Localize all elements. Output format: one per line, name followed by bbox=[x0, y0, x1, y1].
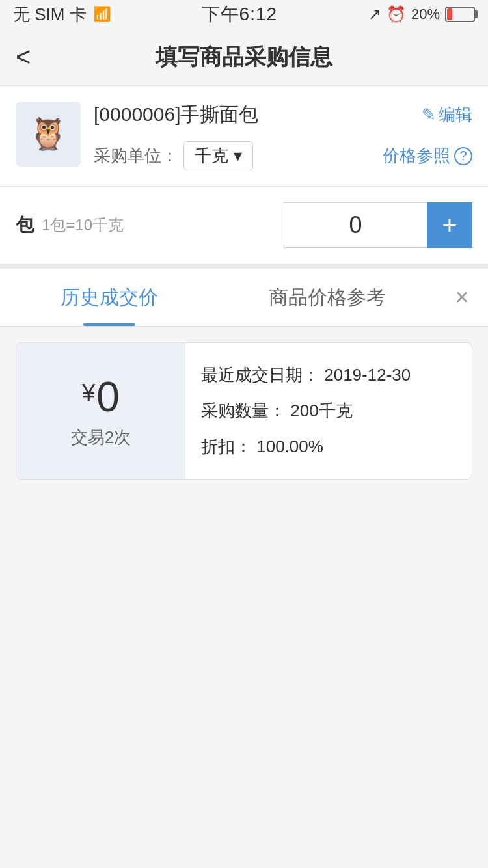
recent-date-value: 2019-12-30 bbox=[324, 365, 411, 385]
tab-price-ref-label: 商品价格参考 bbox=[269, 284, 386, 311]
unit-selector-group: 采购单位： 千克 ▾ bbox=[94, 141, 253, 170]
page-title: 填写商品采购信息 bbox=[156, 42, 332, 72]
unit-row: 采购单位： 千克 ▾ 价格参照 ? bbox=[94, 141, 472, 170]
transaction-price-panel: ¥ 0 交易2次 bbox=[16, 343, 185, 479]
tab-history-price[interactable]: 历史成交价 bbox=[0, 269, 218, 326]
purchase-qty-label: 采购数量： bbox=[201, 401, 286, 420]
quantity-control: 0 + bbox=[284, 202, 472, 248]
trade-count-label: 交易2次 bbox=[71, 426, 131, 449]
edit-icon: ✎ bbox=[422, 105, 436, 125]
content-area: ¥ 0 交易2次 最近成交日期： 2019-12-30 采购数量： 200千克 … bbox=[0, 327, 488, 717]
transaction-card: ¥ 0 交易2次 最近成交日期： 2019-12-30 采购数量： 200千克 … bbox=[16, 342, 472, 480]
quantity-value: 0 bbox=[349, 211, 362, 239]
back-icon: < bbox=[16, 42, 31, 71]
discount-line: 折扣： 100.00% bbox=[201, 434, 456, 459]
discount-value: 100.00% bbox=[256, 437, 323, 456]
close-icon: × bbox=[455, 284, 468, 311]
quantity-input[interactable]: 0 bbox=[284, 202, 427, 248]
alarm-icon: ⏰ bbox=[386, 5, 406, 23]
price-reference-button[interactable]: 价格参照 ? bbox=[383, 144, 472, 167]
price-amount: 0 bbox=[96, 373, 120, 421]
recent-date-label: 最近成交日期： bbox=[201, 365, 319, 385]
transaction-price-display: ¥ 0 bbox=[82, 373, 120, 421]
product-card: 🦉 [0000006]手撕面包 ✎ 编辑 采购单位： 千克 ▾ 价格参照 ? bbox=[0, 86, 488, 187]
tab-product-price-ref[interactable]: 商品价格参考 bbox=[218, 269, 436, 326]
battery-fill bbox=[447, 8, 452, 20]
battery-percent: 20% bbox=[411, 6, 440, 23]
wifi-icon: 📶 bbox=[93, 6, 111, 23]
battery-box bbox=[445, 7, 475, 22]
tab-history-label: 历史成交价 bbox=[61, 284, 158, 311]
status-left: 无 SIM 卡 📶 bbox=[13, 3, 111, 26]
product-thumbnail: 🦉 bbox=[16, 102, 81, 167]
nav-bar: < 填写商品采购信息 bbox=[0, 29, 488, 86]
plus-icon: + bbox=[442, 211, 457, 240]
price-ref-label: 价格参照 bbox=[383, 144, 450, 167]
quantity-unit: 包 bbox=[16, 213, 34, 237]
discount-label: 折扣： bbox=[201, 437, 252, 456]
product-logo-icon: 🦉 bbox=[29, 116, 68, 152]
purchase-qty-value: 200千克 bbox=[290, 401, 352, 420]
currency-symbol: ¥ bbox=[82, 379, 95, 407]
status-bar: 无 SIM 卡 📶 下午6:12 ↗ ⏰ 20% bbox=[0, 0, 488, 29]
recent-date-line: 最近成交日期： 2019-12-30 bbox=[201, 362, 456, 388]
help-circle-icon: ? bbox=[454, 147, 472, 165]
carrier-text: 无 SIM 卡 bbox=[13, 3, 87, 26]
edit-label: 编辑 bbox=[439, 103, 472, 126]
quantity-label: 包 1包=10千克 bbox=[16, 213, 124, 237]
unit-select-dropdown[interactable]: 千克 ▾ bbox=[183, 141, 253, 170]
quantity-section: 包 1包=10千克 0 + bbox=[0, 187, 488, 269]
quantity-plus-button[interactable]: + bbox=[427, 202, 472, 248]
tab-active-indicator bbox=[83, 323, 135, 326]
status-right: ↗ ⏰ 20% bbox=[368, 5, 475, 23]
edit-button[interactable]: ✎ 编辑 bbox=[422, 103, 472, 126]
product-header: [0000006]手撕面包 ✎ 编辑 bbox=[94, 102, 472, 128]
tab-close-button[interactable]: × bbox=[436, 269, 488, 326]
time-display: 下午6:12 bbox=[202, 2, 278, 27]
transaction-details-panel: 最近成交日期： 2019-12-30 采购数量： 200千克 折扣： 100.0… bbox=[185, 343, 472, 479]
back-button[interactable]: < bbox=[16, 42, 31, 72]
chevron-down-icon: ▾ bbox=[234, 146, 242, 166]
purchase-quantity-line: 采购数量： 200千克 bbox=[201, 398, 456, 424]
product-info: [0000006]手撕面包 ✎ 编辑 采购单位： 千克 ▾ 价格参照 ? bbox=[94, 102, 472, 170]
quantity-hint: 1包=10千克 bbox=[42, 215, 124, 236]
tab-bar: 历史成交价 商品价格参考 × bbox=[0, 269, 488, 327]
unit-value: 千克 bbox=[195, 144, 228, 167]
location-icon: ↗ bbox=[368, 5, 381, 23]
battery-indicator bbox=[445, 7, 475, 22]
unit-label: 采购单位： bbox=[94, 144, 178, 167]
product-name: [0000006]手撕面包 bbox=[94, 102, 258, 128]
